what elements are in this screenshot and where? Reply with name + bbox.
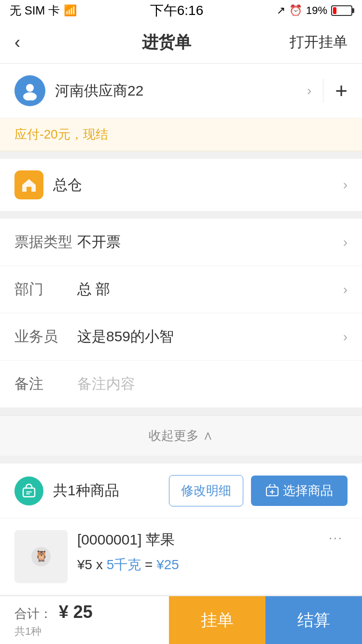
supplier-row[interactable]: 河南供应商22 › +: [0, 64, 362, 118]
notice-bar: 应付-20元，现结: [0, 118, 362, 151]
product-thumbnail: 🦉: [14, 530, 68, 583]
product-info: [0000001] 苹果 ¥5 x 5千克 = ¥25: [77, 530, 324, 574]
product-section: 共1种商品 修改明细 选择商品 🦉: [0, 463, 362, 595]
svg-text:🦉: 🦉: [35, 549, 48, 562]
invoice-label: 票据类型: [14, 232, 77, 252]
battery-text: 19%: [306, 4, 327, 17]
svg-rect-2: [27, 187, 31, 192]
chevron-right-icon: ›: [343, 282, 348, 297]
total-amount: ¥ 25: [59, 602, 93, 622]
product-icon: [14, 476, 43, 505]
open-hold-button[interactable]: 打开挂单: [290, 32, 348, 52]
remark-label: 备注: [14, 374, 77, 394]
total-line: 合计： ¥ 25: [14, 602, 154, 622]
status-left: 无 SIM 卡 📶: [10, 3, 77, 18]
staff-row[interactable]: 业务员 这是859的小智 ›: [0, 313, 362, 360]
collapse-button[interactable]: 收起更多 ∧: [0, 415, 362, 456]
warehouse-icon: [14, 170, 43, 199]
product-title: 苹果: [146, 532, 175, 547]
product-name: [0000001] 苹果: [77, 530, 324, 550]
divider: [323, 79, 323, 103]
alarm-icon: ⏰: [289, 4, 302, 17]
price-value: ¥5 x: [77, 557, 107, 572]
department-value: 总 部: [77, 280, 343, 299]
supplier-name: 河南供应商22: [55, 81, 307, 101]
product-item: 🦉 [0000001] 苹果 ¥5 x 5千克 = ¥25 ···: [0, 518, 362, 595]
warehouse-section: 总仓 ›: [0, 159, 362, 211]
collapse-label: 收起更多 ∧: [149, 428, 213, 443]
chevron-right-icon: ›: [343, 177, 348, 193]
remark-row[interactable]: 备注 备注内容: [0, 360, 362, 407]
battery-icon: [331, 5, 352, 16]
svg-point-1: [23, 92, 37, 100]
quantity-value: 5千克: [107, 557, 141, 572]
department-row[interactable]: 部门 总 部 ›: [0, 266, 362, 313]
chevron-right-icon: ›: [307, 83, 311, 98]
status-right: ↗ ⏰ 19%: [277, 4, 352, 17]
checkout-button[interactable]: 结算: [265, 596, 362, 644]
location-icon: ↗: [277, 4, 285, 17]
warehouse-name: 总仓: [53, 175, 343, 195]
status-bar: 无 SIM 卡 📶 下午6:16 ↗ ⏰ 19%: [0, 0, 362, 21]
invoice-value: 不开票: [77, 232, 343, 252]
back-button[interactable]: ‹: [14, 32, 43, 53]
staff-value: 这是859的小智: [77, 327, 343, 347]
product-code: [0000001]: [77, 532, 146, 547]
nav-bar: ‹ 进货单 打开挂单: [0, 21, 362, 64]
total-count: 共1种: [14, 624, 154, 639]
remark-placeholder: 备注内容: [77, 374, 348, 394]
form-section: 票据类型 不开票 › 部门 总 部 › 业务员 这是859的小智 › 备注 备注…: [0, 219, 362, 407]
notice-text: 应付-20元，现结: [14, 127, 108, 141]
invoice-row[interactable]: 票据类型 不开票 ›: [0, 219, 362, 266]
chevron-right-icon: ›: [343, 329, 348, 345]
content: 河南供应商22 › + 应付-20元，现结 总仓 › 票据类型 不开票 ›: [0, 64, 362, 644]
total-label: 合计：: [14, 606, 52, 621]
wifi-icon: 📶: [64, 4, 77, 17]
product-count-text: 共1种商品: [53, 481, 169, 501]
collapse-section: 收起更多 ∧: [0, 415, 362, 456]
staff-label: 业务员: [14, 327, 77, 347]
bottom-bar: 合计： ¥ 25 共1种 挂单 结算: [0, 596, 362, 644]
product-header: 共1种商品 修改明细 选择商品: [0, 463, 362, 518]
select-product-label: 选择商品: [283, 482, 333, 499]
supplier-section: 河南供应商22 › + 应付-20元，现结: [0, 64, 362, 151]
total-value: ¥25: [156, 557, 179, 572]
warehouse-row[interactable]: 总仓 ›: [0, 159, 362, 211]
status-time: 下午6:16: [150, 1, 204, 20]
equals-sign: =: [145, 557, 156, 572]
chevron-right-icon: ›: [343, 235, 348, 250]
avatar: [14, 75, 45, 106]
edit-detail-button[interactable]: 修改明细: [169, 475, 243, 506]
total-section: 合计： ¥ 25 共1种: [0, 602, 169, 639]
select-product-button[interactable]: 选择商品: [251, 476, 348, 506]
product-price: ¥5 x 5千克 = ¥25: [77, 556, 324, 574]
add-button[interactable]: +: [335, 79, 348, 103]
page-title: 进货单: [142, 31, 191, 54]
svg-point-0: [26, 84, 34, 92]
more-button[interactable]: ···: [324, 530, 348, 546]
hold-button[interactable]: 挂单: [169, 596, 265, 644]
department-label: 部门: [14, 280, 77, 299]
carrier-text: 无 SIM 卡: [10, 3, 60, 18]
